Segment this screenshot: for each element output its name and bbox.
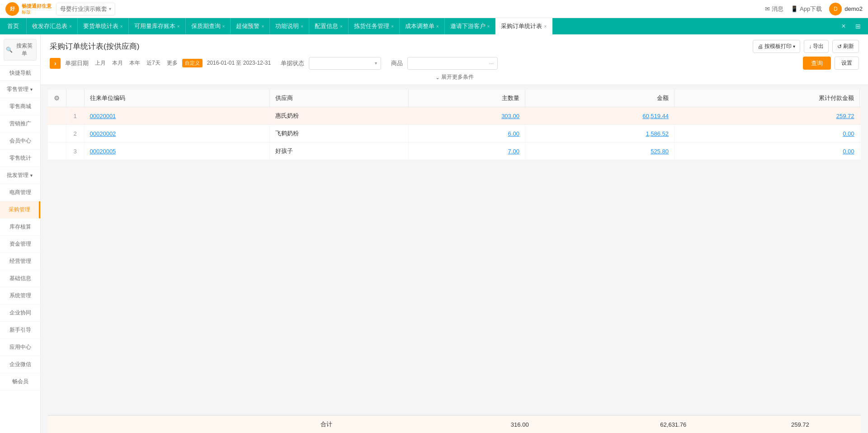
app-download-button[interactable]: 📱 App下载: [791, 5, 822, 13]
amount[interactable]: 60,519.44: [525, 107, 674, 125]
supplier-code[interactable]: 00020005: [84, 143, 269, 160]
query-button[interactable]: 查询: [803, 57, 831, 70]
sidebar-item-member-center[interactable]: 会员中心: [0, 133, 40, 150]
supplier-name: 飞鹤奶粉: [269, 125, 408, 143]
main-qty[interactable]: 7.00: [408, 143, 525, 160]
close-icon[interactable]: ×: [177, 24, 180, 29]
row-settings: [48, 143, 66, 160]
tab-available-inventory[interactable]: 可用量库存账本×: [129, 18, 186, 34]
tab-config-info[interactable]: 配置信息×: [309, 18, 349, 34]
tab-purchase-order-stats[interactable]: 采购订单统计表×: [495, 18, 552, 34]
ellipsis-icon: ···: [489, 60, 494, 67]
sidebar-item-system-mgmt[interactable]: 系统管理: [0, 287, 40, 305]
shortcut-last-month[interactable]: 上月: [93, 58, 108, 68]
shortcut-7-days[interactable]: 近7天: [145, 58, 162, 68]
sidebar-item-member[interactable]: 畅会员: [0, 373, 40, 390]
close-icon[interactable]: ×: [436, 24, 439, 29]
tab-menu-button[interactable]: ⊞: [852, 20, 864, 33]
tab-receive-summary[interactable]: 收发存汇总表×: [27, 18, 78, 34]
close-icon[interactable]: ×: [222, 24, 225, 29]
message-icon: ✉: [765, 5, 770, 12]
table-section: ⚙ 往来单位编码 供应商 主数量 金额 累计付款金额 1: [41, 85, 868, 415]
close-icon[interactable]: ×: [544, 24, 547, 29]
sidebar-item-retail-stats[interactable]: 零售统计: [0, 150, 40, 167]
cumulative-paid[interactable]: 0.00: [675, 125, 860, 143]
logo-area: 好 畅捷通好生意 标版: [5, 2, 52, 16]
export-button[interactable]: ↓ 导出: [804, 40, 829, 53]
status-select[interactable]: ▾: [309, 57, 381, 70]
sidebar-item-app-center[interactable]: 应用中心: [0, 339, 40, 356]
data-table: ⚙ 往来单位编码 供应商 主数量 金额 累计付款金额 1: [48, 90, 861, 160]
goods-filter-label: 商品: [391, 59, 403, 67]
tab-purchase-stats[interactable]: 要货单统计表×: [78, 18, 129, 34]
tab-home[interactable]: 首页: [0, 18, 27, 34]
close-icon[interactable]: ×: [120, 24, 123, 29]
table-row: 2 00020002 飞鹤奶粉 6.00 1,586.52 0.00: [48, 125, 861, 143]
tab-cost-adjust[interactable]: 成本调整单×: [400, 18, 445, 34]
row-num: 1: [66, 107, 84, 125]
date-range-display: 2016-01-01 至 2023-12-31: [207, 59, 271, 67]
settings-column-header[interactable]: ⚙: [48, 90, 66, 107]
sidebar-item-retail-mgmt[interactable]: 零售管理 ▼: [0, 81, 40, 98]
sidebar: 🔍 搜索英单 快捷导航 零售管理 ▼ 零售商城 营销推广 会员中心 零售统计 批…: [0, 34, 41, 433]
sidebar-item-basic-info[interactable]: 基础信息: [0, 270, 40, 287]
sidebar-item-wholesale-mgmt[interactable]: 批发管理 ▼: [0, 167, 40, 184]
search-button[interactable]: 🔍 搜索英单: [0, 34, 40, 66]
tab-close-all-button[interactable]: ×: [837, 20, 850, 33]
tab-overstock-alert[interactable]: 超储预警×: [231, 18, 270, 34]
shortcut-this-month[interactable]: 本月: [110, 58, 125, 68]
refresh-button[interactable]: ↺ 刷新: [832, 40, 859, 53]
tab-expiry-query[interactable]: 保质期查询×: [186, 18, 231, 34]
expand-more-button[interactable]: ⌄ 展开更多条件: [435, 73, 474, 81]
main-qty[interactable]: 6.00: [408, 125, 525, 143]
close-icon[interactable]: ×: [391, 24, 394, 29]
amount[interactable]: 525.80: [525, 143, 674, 160]
cumulative-paid[interactable]: 259.72: [675, 107, 860, 125]
custom-badge[interactable]: 自定义: [182, 59, 203, 67]
sidebar-item-operation-mgmt[interactable]: 经营管理: [0, 253, 40, 270]
template-print-button[interactable]: 🖨 按模板打印 ▾: [753, 40, 800, 53]
shortcut-more[interactable]: 更多: [165, 58, 179, 68]
chevron-down-icon: ⌄: [435, 74, 440, 81]
close-icon[interactable]: ×: [487, 24, 490, 29]
settings-button[interactable]: 设置: [835, 57, 859, 70]
goods-input[interactable]: ···: [407, 57, 498, 70]
user-avatar[interactable]: D demo2: [829, 3, 863, 15]
sidebar-item-enterprise-wechat[interactable]: 企业微信: [0, 356, 40, 373]
sidebar-item-retail-shop[interactable]: 零售商城: [0, 98, 40, 115]
close-icon[interactable]: ×: [301, 24, 303, 29]
supplier-column-header: 供应商: [269, 90, 408, 107]
tab-function-desc[interactable]: 功能说明×: [270, 18, 309, 34]
refresh-icon: ↺: [837, 43, 842, 50]
sidebar-item-enterprise-coop[interactable]: 企业协同: [0, 305, 40, 322]
supplier-name: 好孩子: [269, 143, 408, 160]
tab-invite-downstream[interactable]: 邀请下游客户×: [445, 18, 496, 34]
close-icon[interactable]: ×: [340, 24, 343, 29]
amount[interactable]: 1,586.52: [525, 125, 674, 143]
workspace-selector[interactable]: 母婴行业演示账套 ▾: [56, 3, 115, 15]
date-filter-label: 单据日期: [65, 59, 89, 67]
filter-toggle-button[interactable]: ›: [50, 58, 61, 69]
logo-icon: 好: [5, 2, 19, 16]
quick-nav-button[interactable]: 快捷导航: [0, 66, 40, 81]
row-num: 2: [66, 125, 84, 143]
main-qty[interactable]: 303.00: [408, 107, 525, 125]
sidebar-item-newbie-guide[interactable]: 新手引导: [0, 322, 40, 339]
status-filter-label: 单据状态: [281, 59, 304, 67]
page-header: 采购订单统计表(按供应商) 🖨 按模板打印 ▾ ↓ 导出 ↺ 刷新: [41, 34, 868, 85]
close-icon[interactable]: ×: [261, 24, 264, 29]
supplier-code[interactable]: 00020002: [84, 125, 269, 143]
supplier-code[interactable]: 00020001: [84, 107, 269, 125]
cumulative-paid[interactable]: 0.00: [675, 143, 860, 160]
logo-text: 畅捷通好生意 标版: [22, 3, 52, 15]
sidebar-item-inventory-check[interactable]: 库存核算: [0, 219, 40, 236]
sidebar-item-purchase-mgmt[interactable]: 采购管理: [0, 201, 40, 219]
chevron-down-icon: ▼: [29, 87, 33, 92]
tab-pick-task[interactable]: 拣货任务管理×: [349, 18, 400, 34]
close-icon[interactable]: ×: [69, 24, 72, 29]
sidebar-item-marketing[interactable]: 营销推广: [0, 115, 40, 133]
sidebar-item-ecommerce[interactable]: 电商管理: [0, 184, 40, 201]
sidebar-item-finance-mgmt[interactable]: 资金管理: [0, 236, 40, 253]
message-button[interactable]: ✉ 消息: [765, 5, 783, 13]
shortcut-this-year[interactable]: 本年: [127, 58, 142, 68]
